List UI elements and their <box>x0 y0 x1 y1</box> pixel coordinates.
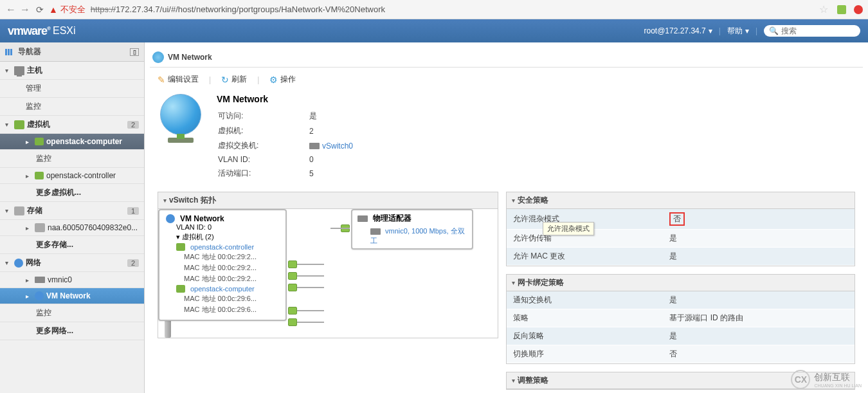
summary-name: VM Network <box>217 94 361 104</box>
forward-button[interactable]: → <box>19 4 31 15</box>
nic-icon <box>357 215 368 222</box>
teaming-header[interactable]: ▾ 网卡绑定策略 <box>507 275 854 291</box>
table-row: 允许 MAC 更改是 <box>507 248 854 266</box>
watermark: CX 创新互联 CHUANG XIN HU LIAN <box>791 370 862 389</box>
topology-portgroup-box: VM Network VLAN ID: 0 ▾ 虚拟机 (2) openstac… <box>158 209 287 321</box>
pencil-icon: ✎ <box>158 75 165 85</box>
sidebar-item-vms[interactable]: ▾ 虚拟机 2 <box>0 116 144 134</box>
sidebar-item-host[interactable]: ▾ 主机 <box>0 62 144 80</box>
vm-icon <box>35 138 44 145</box>
collapse-icon[interactable]: ▯ <box>130 48 139 56</box>
summary-section: VM Network 可访问:是 虚拟机:2 虚拟交换机:vSwitch0 VL… <box>150 91 863 192</box>
extension-icon[interactable] <box>837 5 846 14</box>
vm-icon <box>176 285 185 293</box>
sidebar-item-vm-compute-monitor[interactable]: 监控 <box>0 150 144 168</box>
gear-icon: ⚙ <box>269 75 278 85</box>
extension-icon-2[interactable] <box>854 5 863 14</box>
topology-vm-link[interactable]: openstack-computer <box>166 285 279 293</box>
port-connector <box>288 260 297 268</box>
nic-icon <box>370 228 381 235</box>
sidebar-item-monitor[interactable]: 监控 <box>0 98 144 116</box>
vswitch-icon <box>309 143 320 149</box>
search-icon: 🔍 <box>769 26 779 35</box>
navigator-sidebar: 导航器 ▯ ▾ 主机 管理 监控 ▾ 虚拟机 2 ▸ openstack-com… <box>0 42 145 393</box>
table-row: 通知交换机是 <box>507 291 854 309</box>
search-input[interactable] <box>781 26 852 35</box>
port-connector <box>288 272 297 280</box>
portgroup-title-icon <box>152 51 164 63</box>
vswitch-link[interactable]: vSwitch0 <box>322 142 353 151</box>
security-header[interactable]: ▾ 安全策略 <box>507 192 854 209</box>
vm-icon <box>35 172 44 179</box>
toolbar: ✎ 编辑设置 | ↻ 刷新 | ⚙ 操作 <box>150 68 863 91</box>
adapter-link[interactable]: vmnic0, 1000 Mbps, 全双工 <box>357 224 467 246</box>
promiscuous-value-highlight: 否 <box>669 212 685 226</box>
network-icon <box>14 259 23 268</box>
chevron-down-icon: ▾ <box>512 279 515 286</box>
datastore-icon <box>35 223 45 232</box>
portgroup-icon <box>166 214 175 223</box>
sidebar-item-more-storage[interactable]: 更多存储... <box>0 236 144 254</box>
vmware-logo: vmware® <box>8 24 50 38</box>
sidebar-item-vm-controller[interactable]: ▸ openstack-controller <box>0 168 144 184</box>
chevron-down-icon: ▾ <box>163 197 167 204</box>
sidebar-item-datastore[interactable]: ▸ naa.60050760409832e0... <box>0 220 144 236</box>
table-row: 反向策略是 <box>507 327 854 345</box>
security-policy-panel: ▾ 安全策略 允许混杂模式否 允许伪传输是 允许 MAC 更改是 允许混杂模式 <box>506 192 855 266</box>
portgroup-large-icon <box>158 94 204 140</box>
search-box[interactable]: 🔍 <box>764 25 860 37</box>
app-header: vmware® ESXi root@172.27.34.7▾ | 帮助▾ | 🔍 <box>0 19 868 42</box>
topology-header[interactable]: ▾ vSwitch 拓扑 <box>158 192 498 209</box>
teaming-policy-panel: ▾ 网卡绑定策略 通知交换机是 策略基于源端口 ID 的路由 反向策略是 切换顺… <box>506 274 855 364</box>
reload-button[interactable]: ⟳ <box>36 5 44 15</box>
help-menu[interactable]: 帮助▾ <box>727 26 749 37</box>
chevron-down-icon: ▾ <box>512 197 515 204</box>
sidebar-item-network-monitor[interactable]: 监控 <box>0 304 144 322</box>
tooltip: 允许混杂模式 <box>543 222 594 235</box>
user-menu[interactable]: root@172.27.34.7▾ <box>644 26 712 35</box>
chevron-down-icon: ▾ <box>512 377 515 384</box>
product-name: ESXi <box>53 25 76 37</box>
port-connector <box>288 318 297 326</box>
topology-vm-link[interactable]: openstack-controller <box>166 243 279 251</box>
topology-panel: ▾ vSwitch 拓扑 VM Network VLAN ID: 0 ▾ 虚拟机… <box>158 192 498 338</box>
refresh-icon: ↻ <box>221 75 229 85</box>
sidebar-item-vmnic0[interactable]: ▸ vmnic0 <box>0 272 144 288</box>
host-icon <box>14 66 24 75</box>
nic-icon <box>35 277 45 283</box>
sidebar-item-vm-compute[interactable]: ▸ openstack-computer <box>0 134 144 150</box>
watermark-logo: CX <box>791 370 810 389</box>
storage-icon <box>14 206 24 215</box>
address-bar[interactable]: https://172.27.34.7/ui/#/host/networking… <box>91 5 385 14</box>
portgroup-icon <box>35 291 44 300</box>
vm-icon <box>176 243 185 251</box>
vm-group-icon <box>14 120 24 129</box>
sidebar-item-storage[interactable]: ▾ 存储 1 <box>0 202 144 220</box>
sidebar-item-manage[interactable]: 管理 <box>0 80 144 98</box>
sidebar-item-vmnetwork[interactable]: ▸ VM Network <box>0 288 144 304</box>
browser-toolbar: ← → ⟳ ▲ 不安全 https://172.27.34.7/ui/#/hos… <box>0 0 868 19</box>
insecure-label: 不安全 <box>60 4 86 15</box>
navigator-icon <box>5 49 14 55</box>
port-connector <box>288 284 297 291</box>
page-title: VM Network <box>150 48 863 68</box>
sidebar-item-more-network[interactable]: 更多网络... <box>0 322 144 340</box>
back-button[interactable]: ← <box>5 4 17 15</box>
port-connector <box>288 307 297 315</box>
navigator-title: 导航器 ▯ <box>0 42 144 62</box>
sidebar-item-more-vms[interactable]: 更多虚拟机... <box>0 184 144 202</box>
table-row: 策略基于源端口 ID 的路由 <box>507 309 854 327</box>
sidebar-item-network[interactable]: ▾ 网络 2 <box>0 254 144 272</box>
table-row: 切换顺序否 <box>507 345 854 363</box>
content-area: VM Network ✎ 编辑设置 | ↻ 刷新 | ⚙ 操作 <box>145 42 868 393</box>
refresh-button[interactable]: ↻ 刷新 <box>221 74 247 85</box>
insecure-icon: ▲ <box>49 5 58 15</box>
bookmark-icon[interactable]: ☆ <box>819 3 828 15</box>
actions-button[interactable]: ⚙ 操作 <box>269 74 296 85</box>
edit-settings-button[interactable]: ✎ 编辑设置 <box>158 74 199 85</box>
topology-adapter-box: 物理适配器 vmnic0, 1000 Mbps, 全双工 <box>351 209 473 250</box>
